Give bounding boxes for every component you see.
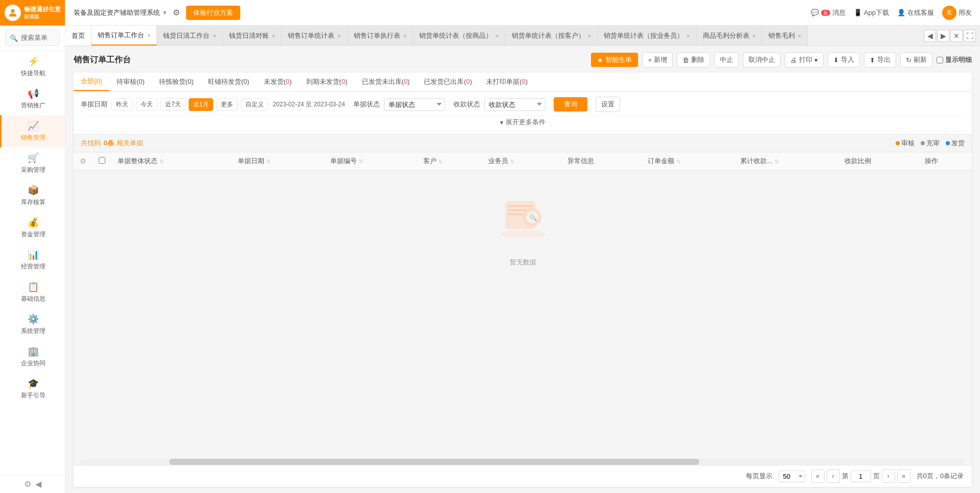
filter-tab-5[interactable]: 到期未发货(0) (299, 73, 355, 91)
expand-conditions-button[interactable]: ▾ 展开更多条件 (500, 118, 545, 127)
tab-next-button[interactable]: ▶ (937, 30, 949, 42)
sort-customer-icon[interactable]: ⇅ (438, 159, 442, 164)
filter-tab-1[interactable]: 待审核(0) (109, 73, 152, 91)
cancel-stop-button[interactable]: 取消中止 (743, 52, 781, 68)
sidebar-item-quick-nav[interactable]: ⚡ 快捷导航 (0, 51, 65, 83)
filter-tab-2[interactable]: 待拣验货(0) (152, 73, 201, 91)
industry-solution-button[interactable]: 体验行业方案 (186, 6, 240, 20)
date-option-1[interactable]: 今天 (136, 98, 157, 111)
query-button[interactable]: 查询 (554, 97, 587, 111)
filter-tab-3[interactable]: 旺铺待发货(0) (201, 73, 257, 91)
sort-salesperson-icon[interactable]: ⇅ (510, 159, 514, 164)
sidebar-item-sales[interactable]: 📈 销售管理 (0, 115, 65, 147)
add-button[interactable]: + 新增 (642, 52, 673, 68)
last-page-button[interactable]: » (897, 469, 910, 483)
tab-close-8[interactable]: × (687, 33, 690, 39)
tab-fullscreen-button[interactable]: ⛶ (964, 30, 976, 42)
print-button[interactable]: 🖨 打印 ▾ (785, 52, 824, 68)
sort-date-icon[interactable]: ⇅ (266, 159, 270, 164)
date-option-2[interactable]: 近7天 (161, 98, 186, 111)
sidebar-search[interactable]: 🔍 搜索菜单 (0, 26, 65, 51)
message-button[interactable]: 💬 6 消息 (811, 8, 846, 17)
tab-close-2[interactable]: × (213, 33, 216, 39)
delete-button[interactable]: 🗑 删除 (677, 52, 710, 68)
filter-tab-0[interactable]: 全部(0) (74, 73, 109, 91)
smart-order-button[interactable]: ★ 智能生单 (591, 53, 638, 67)
sidebar-item-guide[interactable]: 🎓 新手引导 (0, 373, 65, 405)
sidebar-item-operations[interactable]: 📊 经营管理 (0, 244, 65, 276)
search-menu-button[interactable]: 🔍 搜索菜单 (5, 30, 60, 46)
tab-close-all-button[interactable]: ✕ (950, 30, 963, 42)
setting-button[interactable]: 设置 (596, 97, 620, 112)
export-button[interactable]: ⬆ 导出 (864, 52, 896, 68)
prev-page-button[interactable]: ‹ (827, 469, 840, 483)
collapse-button[interactable]: ◀ (35, 479, 41, 489)
next-page-button[interactable]: › (882, 469, 895, 483)
tab-prev-button[interactable]: ◀ (924, 30, 936, 42)
sidebar-item-purchase[interactable]: 🛒 采购管理 (0, 147, 65, 180)
tab-close-10[interactable]: × (798, 33, 801, 39)
tab-close-9[interactable]: × (753, 33, 756, 39)
tab-close-5[interactable]: × (403, 33, 406, 39)
show-detail-toggle[interactable]: 显示明细 (937, 55, 972, 64)
sidebar-item-enterprise[interactable]: 🏢 企业协同 (0, 341, 65, 373)
stop-button[interactable]: 中止 (714, 52, 739, 68)
sort-status-icon[interactable]: ⇅ (159, 159, 164, 164)
filter-tab-7[interactable]: 已发货已出库(0) (417, 73, 479, 91)
tab-close-7[interactable]: × (588, 33, 591, 39)
tab-2[interactable]: 钱货日清工作台× (157, 26, 222, 46)
tab-6[interactable]: 销货单统计表（按商品）× (413, 26, 505, 46)
tab-close-6[interactable]: × (495, 33, 498, 39)
payment-select[interactable]: 收款状态 (484, 98, 545, 111)
horizontal-scrollbar[interactable] (81, 459, 965, 465)
date-option-5[interactable]: 自定义 (241, 98, 268, 111)
sidebar-item-basic-info[interactable]: 📋 基础信息 (0, 276, 65, 308)
page-input[interactable] (851, 470, 871, 482)
import-button[interactable]: ⬇ 导入 (828, 52, 860, 68)
scrollbar-thumb[interactable] (169, 459, 699, 465)
filter-tab-8[interactable]: 未打印单据(0) (479, 73, 535, 91)
date-option-0[interactable]: 昨天 (111, 98, 133, 111)
online-service-button[interactable]: 👤 在线客服 (897, 8, 934, 17)
tab-1[interactable]: 销售订单工作台× (92, 26, 157, 46)
table-scroll-area[interactable]: ⚙ 单据整体状态 ⇅ 单据日期 ⇅ 单据编号 ⇅ 客户 ⇅ 业务员 ⇅ 异常信息… (74, 152, 972, 459)
refresh-button[interactable]: ↻ 刷新 (900, 52, 932, 68)
tab-8[interactable]: 销货单统计表（按业务员）× (598, 26, 696, 46)
date-option-3[interactable]: 近1月 (189, 98, 214, 111)
user-menu[interactable]: 友 用友 (942, 6, 972, 20)
app-download-button[interactable]: 📱 App下载 (854, 8, 889, 17)
sidebar-item-marketing[interactable]: 📢 营销推广 (0, 83, 65, 115)
filter-tab-6[interactable]: 已发货未出库(0) (355, 73, 417, 91)
audit-action-button[interactable]: 审核 (896, 139, 915, 148)
status-select[interactable]: 单据状态 (384, 98, 445, 111)
tab-close-4[interactable]: × (337, 33, 340, 39)
tab-7[interactable]: 销货单统计表（按客户）× (506, 26, 598, 46)
tab-3[interactable]: 钱货日清对账× (223, 26, 282, 46)
show-detail-checkbox[interactable] (937, 57, 943, 63)
revoke-action-button[interactable]: 充审 (921, 139, 940, 148)
tab-4[interactable]: 销售订单统计表× (282, 26, 347, 46)
settings-icon[interactable]: ⚙ (173, 8, 180, 17)
table-checkbox-col[interactable] (93, 152, 111, 170)
tab-close-3[interactable]: × (272, 33, 275, 39)
sort-collected-icon[interactable]: ⇅ (774, 159, 779, 164)
table-column-settings-icon[interactable]: ⚙ (80, 157, 86, 165)
tab-5[interactable]: 销售订单执行表× (348, 26, 413, 46)
page-size-select[interactable]: 50 20 100 200 (779, 470, 805, 482)
sort-number-icon[interactable]: ⇅ (359, 159, 363, 164)
settings-bottom-button[interactable]: ⚙ (24, 479, 31, 489)
tab-10[interactable]: 销售毛利× (762, 26, 808, 46)
tab-9[interactable]: 商品毛利分析表× (697, 26, 762, 46)
sidebar-item-system[interactable]: ⚙️ 系统管理 (0, 308, 65, 341)
table-settings-col[interactable]: ⚙ (74, 152, 93, 170)
ship-action-button[interactable]: 发货 (946, 139, 965, 148)
tab-0[interactable]: 首页 (65, 26, 92, 46)
filter-tab-4[interactable]: 未发货(0) (257, 73, 299, 91)
tab-close-1[interactable]: × (147, 32, 150, 38)
select-all-checkbox[interactable] (99, 157, 105, 164)
date-option-4[interactable]: 更多 (216, 98, 238, 111)
sidebar-item-finance[interactable]: 💰 资金管理 (0, 212, 65, 244)
first-page-button[interactable]: « (811, 469, 825, 483)
sort-amount-icon[interactable]: ⇅ (676, 159, 680, 164)
sidebar-item-inventory[interactable]: 📦 库存核算 (0, 180, 65, 212)
